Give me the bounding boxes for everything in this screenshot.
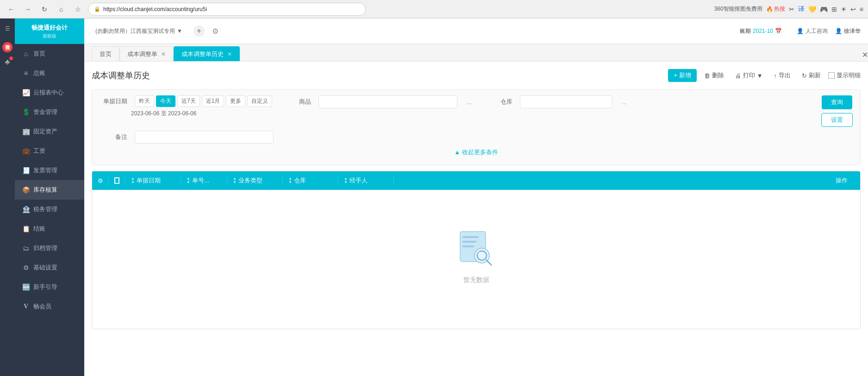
sidebar-item-inventory[interactable]: 📦 库存核算 (15, 180, 84, 200)
url-text: https://cloud.chanjet.com/accounting/uru… (103, 6, 207, 13)
add-button[interactable]: + 新增 (668, 69, 696, 82)
sort-arrows-biz: ▲▼ (233, 177, 237, 184)
col-handler[interactable]: ▲▼ 经手人 (338, 176, 394, 185)
tab-cost-adjust-label: 成本调整单 (127, 50, 157, 58)
settings-icon: ⚙ (22, 264, 30, 271)
fire-icon: 🔥 (766, 6, 773, 13)
sidebar-label-closing: 结账 (33, 225, 45, 233)
date-btn-7days[interactable]: 近7天 (177, 95, 200, 107)
sidebar-label-ledger: 总账 (33, 69, 45, 77)
show-cols-toggle[interactable]: 显示明细 (828, 71, 861, 80)
inventory-icon: 📦 (22, 186, 30, 194)
tab-cost-adjust[interactable]: 成本调整单 ✕ (119, 46, 174, 61)
sidebar-label-vip: 畅会员 (33, 302, 51, 311)
show-cols-checkbox[interactable] (828, 72, 835, 79)
refresh-button[interactable]: ↻ (38, 3, 51, 16)
sidebar-item-home[interactable]: ⌂ 首页 (15, 44, 84, 63)
col-checkbox[interactable] (109, 177, 125, 184)
assets-icon: 🏢 (22, 128, 30, 135)
back-button[interactable]: ← (5, 3, 18, 16)
svg-line-6 (487, 260, 491, 265)
notes-input[interactable] (135, 131, 274, 144)
svg-rect-3 (462, 245, 474, 247)
export-button[interactable]: ↑ 导出 (770, 69, 795, 81)
tab-home[interactable]: 首页 (92, 46, 119, 61)
sidebar-item-closing[interactable]: 📋 结账 (15, 219, 84, 238)
date-btn-more[interactable]: 更多 (226, 95, 245, 107)
star-button[interactable]: ☆ (71, 3, 84, 16)
strip-item-3[interactable]: ♣ (1, 56, 14, 69)
col-biz-type[interactable]: ▲▼ 业务类型 (227, 176, 283, 185)
svg-point-7 (478, 252, 481, 255)
close-all-tabs-button[interactable]: ✕ (862, 50, 868, 59)
tab-cost-adjust-history-close[interactable]: ✕ (227, 51, 232, 57)
export-icon: ↑ (774, 72, 777, 79)
goods-dots[interactable]: ... (465, 99, 474, 106)
filter-settings-button[interactable]: 设置 (821, 113, 853, 127)
add-company-button[interactable]: + (194, 25, 205, 37)
trash-icon: 🗑 (704, 72, 710, 79)
strip-item-2[interactable]: 微 (1, 41, 14, 54)
col-date[interactable]: ▲▼ 单据日期 (125, 176, 181, 185)
sidebar-label-inventory: 库存核算 (33, 186, 57, 194)
sidebar-item-archive[interactable]: 🗂 归档管理 (15, 238, 84, 258)
strip-item-1[interactable]: ☰ (1, 22, 14, 35)
filter-date-row: 单据日期 昨天 今天 近7天 近1月 更多 自定义 (100, 95, 272, 107)
date-btn-1month[interactable]: 近1月 (202, 95, 225, 107)
menu-icon[interactable]: ≡ (860, 6, 863, 13)
invoice-icon: 🧾 (22, 167, 30, 174)
service-button[interactable]: 👤 人工咨询 (797, 27, 828, 35)
collapse-icon: ▲ (454, 149, 460, 156)
sidebar-item-invoice[interactable]: 🧾 发票管理 (15, 161, 84, 180)
date-btn-yesterday[interactable]: 昨天 (135, 95, 154, 107)
closing-icon: 📋 (22, 225, 30, 232)
lock-icon: 🔒 (94, 6, 100, 12)
col-bill-no[interactable]: ▲▼ 单号... (181, 176, 227, 185)
sidebar-item-assets[interactable]: 🏢 固定资产 (15, 122, 84, 141)
sidebar-item-tax[interactable]: 🏦 税务管理 (15, 200, 84, 219)
delete-button[interactable]: 🗑 删除 (700, 69, 728, 81)
brightness-icon: ☀ (841, 6, 847, 13)
sidebar-item-reports[interactable]: 📈 云报表中心 (15, 83, 84, 102)
goods-filter-label: 商品 (283, 98, 311, 106)
account-period: 账期 2021-10 📅 (740, 27, 782, 35)
settings-gear-icon[interactable]: ⚙ (212, 27, 219, 36)
filter-goods-row: 商品 ... (283, 95, 474, 108)
table-body: 暂无数据 (92, 190, 860, 329)
col-actions: 操作 (823, 176, 860, 185)
sidebar-label-salary: 工资 (33, 147, 45, 155)
sidebar-logo: 畅捷通好会计 旗舰版 (15, 19, 84, 44)
refresh-button[interactable]: ↻ 刷新 (798, 69, 824, 81)
sidebar-item-salary[interactable]: 💼 工资 (15, 141, 84, 161)
goods-input[interactable] (318, 95, 457, 108)
calendar-icon[interactable]: 📅 (775, 28, 782, 34)
top-bar: (勿删勿禁用）江西服宝测试专用 ▼ + ⚙ 账期 2021-10 📅 👤 人工咨… (84, 19, 868, 44)
sidebar-item-ledger[interactable]: ≡ 总账 (15, 63, 84, 83)
col-settings-icon: ⚙ (98, 177, 103, 184)
date-btn-custom[interactable]: 自定义 (247, 95, 272, 107)
warehouse-input[interactable] (520, 95, 612, 108)
grid-icon: ⊞ (831, 6, 837, 13)
sidebar-item-settings[interactable]: ⚙ 基础设置 (15, 258, 84, 277)
col-warehouse[interactable]: ▲▼ 仓库 (283, 176, 338, 185)
home-button[interactable]: ⌂ (55, 3, 68, 16)
warehouse-dots[interactable]: ... (620, 99, 629, 106)
user-info[interactable]: 👤 徐泽华 (835, 27, 861, 35)
col-settings[interactable]: ⚙ (92, 177, 109, 184)
funds-icon: 💲 (22, 108, 30, 116)
sidebar-item-funds[interactable]: 💲 资金管理 (15, 102, 84, 122)
tab-cost-adjust-close[interactable]: ✕ (161, 51, 166, 57)
collapse-bar[interactable]: ▲ 收起更多条件 (100, 145, 853, 159)
date-btn-today[interactable]: 今天 (156, 95, 175, 107)
forward-button[interactable]: → (21, 3, 34, 16)
sidebar-item-vip[interactable]: V 畅会员 (15, 297, 84, 316)
logo-text: 畅捷通好会计 (31, 24, 68, 32)
sidebar-item-guide[interactable]: 🆕 新手引导 (15, 277, 84, 297)
tab-cost-adjust-history[interactable]: 成本调整单历史 ✕ (174, 46, 240, 61)
query-button[interactable]: 查询 (822, 95, 852, 109)
print-button[interactable]: 🖨 打印 ▼ (731, 69, 767, 81)
sidebar-label-assets: 固定资产 (33, 127, 57, 136)
company-selector[interactable]: (勿删勿禁用）江西服宝测试专用 ▼ (92, 25, 186, 37)
sort-arrows-warehouse: ▲▼ (288, 177, 292, 184)
address-bar[interactable]: 🔒 https://cloud.chanjet.com/accounting/u… (88, 3, 366, 16)
